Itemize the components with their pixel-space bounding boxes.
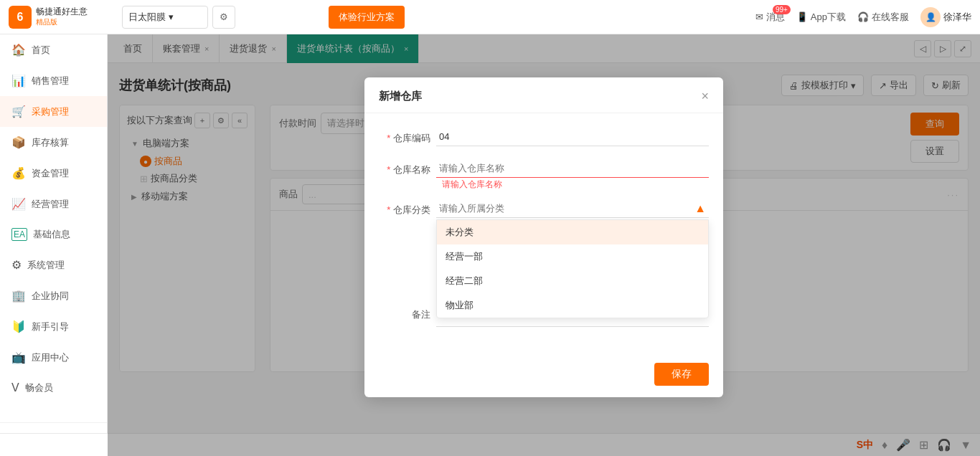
gear-icon: ⚙ (220, 11, 228, 22)
code-input[interactable] (436, 128, 709, 146)
sidebar-item-purchase[interactable]: 🛒 采购管理 (0, 96, 107, 127)
app-download-label: App下载 (811, 11, 846, 24)
purchase-icon: 🛒 (11, 105, 26, 118)
sidebar-item-inventory[interactable]: 📦 库存核算 (0, 127, 107, 158)
modal-footer: 保存 (364, 354, 723, 397)
sidebar-label-purchase: 采购管理 (32, 105, 69, 118)
logo-title: 畅捷通好生意 (36, 6, 88, 18)
chevron-up-icon[interactable]: ▲ (694, 202, 706, 215)
search-area: 日太阳膜 ▾ ⚙ (122, 6, 323, 29)
search-text: 日太阳膜 (128, 11, 166, 24)
name-input[interactable] (436, 159, 709, 178)
sidebar-label-vip: 畅会员 (25, 381, 53, 394)
sidebar-item-finance[interactable]: 💰 资金管理 (0, 158, 107, 189)
content-area: 首页 账套管理 × 进货退货 × 进货单统计表（按商品） × ◁ ▷ ⤢ (108, 34, 980, 456)
online-service-group[interactable]: 🎧 在线客服 (857, 11, 909, 24)
header-right: ✉ 消息 99+ 📱 App下载 🎧 在线客服 👤 徐泽华 (755, 7, 971, 27)
home-icon: 🏠 (11, 43, 26, 57)
user-area[interactable]: 👤 徐泽华 (920, 7, 971, 27)
dropdown-item-uncategorized[interactable]: 未分类 (437, 220, 708, 244)
dropdown-item-dept1[interactable]: 经营一部 (437, 244, 708, 269)
modal-header: 新增仓库 × (364, 77, 723, 113)
enterprise-icon: 🏢 (11, 289, 26, 303)
form-row-code: 仓库编码 (379, 128, 709, 146)
sidebar-label-sales: 销售管理 (32, 75, 69, 87)
finance-icon: 💰 (11, 166, 26, 180)
notification-badge: 99+ (773, 5, 791, 14)
modal-close-button[interactable]: × (701, 89, 709, 104)
sidebar-item-sales[interactable]: 📊 销售管理 (0, 65, 107, 96)
app-logo: 6 (9, 6, 32, 29)
modal-title: 新增仓库 (379, 90, 422, 103)
sales-icon: 📊 (11, 74, 26, 87)
sidebar-label-inventory: 库存核算 (32, 136, 69, 149)
logo-text-block: 畅捷通好生意 精品版 (36, 6, 88, 28)
system-icon: ⚙ (11, 258, 22, 272)
sidebar-item-system[interactable]: ⚙ 系统管理 (0, 250, 107, 280)
main-layout: 🏠 首页 📊 销售管理 🛒 采购管理 📦 库存核算 💰 资金管理 📈 经营管理 … (0, 34, 980, 456)
dropdown-item-dept2[interactable]: 经营二部 (437, 269, 708, 293)
message-icon: ✉ (755, 11, 763, 22)
category-dropdown: 未分类 经营一部 经营二部 物业部 (436, 219, 709, 318)
username-label: 徐泽华 (943, 11, 971, 24)
app-download-group[interactable]: 📱 App下载 (796, 11, 846, 24)
name-label: 仓库名称 (379, 159, 436, 176)
mobile-icon: 📱 (796, 11, 808, 22)
sidebar-label-basic-info: 基础信息 (33, 228, 70, 241)
logo-char: 6 (17, 11, 24, 24)
save-button[interactable]: 保存 (654, 363, 709, 386)
logo-area: 6 畅捷通好生意 精品版 (9, 6, 116, 29)
dropdown-item-property[interactable]: 物业部 (437, 293, 708, 318)
search-select[interactable]: 日太阳膜 ▾ (122, 6, 208, 29)
gear-button[interactable]: ⚙ (212, 6, 235, 29)
sidebar-item-app-center[interactable]: 📺 应用中心 (0, 342, 107, 373)
message-group[interactable]: ✉ 消息 99+ (755, 11, 785, 24)
form-row-name: 仓库名称 请输入仓库名称 (379, 159, 709, 178)
logo-sub: 精品版 (36, 17, 88, 27)
sidebar-item-operations[interactable]: 📈 经营管理 (0, 189, 107, 219)
modal-new-warehouse: 新增仓库 × 仓库编码 仓库名称 请输入仓库名称 (364, 77, 723, 397)
form-row-category: 仓库分类 ▲ 未分类 经营一部 经营二部 物业部 (379, 199, 709, 218)
category-input[interactable] (436, 199, 709, 218)
inventory-icon: 📦 (11, 136, 26, 149)
sidebar-item-vip[interactable]: V 畅会员 (0, 373, 107, 403)
sidebar-label-home: 首页 (32, 44, 50, 57)
sidebar-item-guide[interactable]: 🔰 新手引导 (0, 311, 107, 342)
top-header: 6 畅捷通好生意 精品版 日太阳膜 ▾ ⚙ 体验行业方案 ✉ 消息 99+ 📱 … (0, 0, 980, 34)
vip-icon: V (11, 381, 19, 394)
online-service-label: 在线客服 (872, 11, 909, 24)
category-label: 仓库分类 (379, 199, 436, 217)
sidebar-label-guide: 新手引导 (32, 320, 69, 333)
sidebar-item-home[interactable]: 🏠 首页 (0, 34, 107, 65)
modal-body: 仓库编码 仓库名称 请输入仓库名称 仓库分类 ▲ (364, 113, 723, 354)
avatar: 👤 (920, 7, 941, 27)
sidebar-label-enterprise: 企业协同 (32, 290, 69, 303)
basic-info-icon: EA (11, 228, 27, 241)
modal-overlay: 新增仓库 × 仓库编码 仓库名称 请输入仓库名称 (108, 34, 980, 456)
category-select-wrap: ▲ 未分类 经营一部 经营二部 物业部 (436, 199, 709, 218)
sidebar-label-finance: 资金管理 (32, 167, 69, 180)
guide-icon: 🔰 (11, 320, 26, 333)
sidebar-label-operations: 经营管理 (32, 198, 69, 211)
trial-button[interactable]: 体验行业方案 (329, 6, 405, 29)
sidebar: 🏠 首页 📊 销售管理 🛒 采购管理 📦 库存核算 💰 资金管理 📈 经营管理 … (0, 34, 108, 456)
code-label: 仓库编码 (379, 128, 436, 145)
app-center-icon: 📺 (11, 351, 26, 364)
sidebar-item-basic-info[interactable]: EA 基础信息 (0, 219, 107, 250)
operations-icon: 📈 (11, 197, 26, 211)
remark-label: 备注 (379, 304, 436, 321)
name-error-msg: 请输入仓库名称 (442, 179, 502, 191)
sidebar-label-system: 系统管理 (27, 259, 65, 272)
sidebar-item-enterprise[interactable]: 🏢 企业协同 (0, 280, 107, 311)
sidebar-label-app-center: 应用中心 (32, 351, 69, 364)
headset-icon: 🎧 (857, 11, 869, 22)
chevron-down-icon: ▾ (169, 11, 174, 22)
